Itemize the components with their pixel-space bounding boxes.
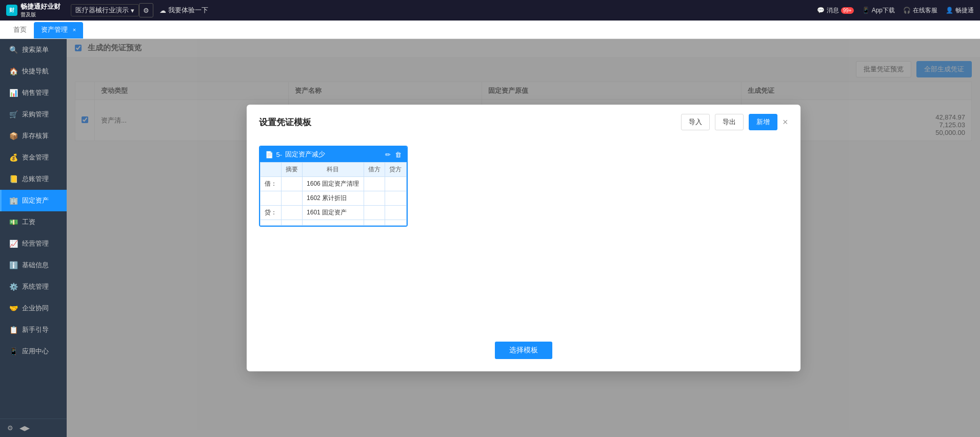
sidebar-item-purchase[interactable]: 🛒 采购管理 xyxy=(0,104,67,125)
modal-header: 设置凭证模板 导入 导出 新增 × xyxy=(247,105,801,135)
sidebar-label-salary: 工资 xyxy=(22,217,35,227)
sidebar-label-operations: 经营管理 xyxy=(22,239,49,248)
entry-summary-4 xyxy=(281,220,302,226)
sidebar-settings-icon[interactable]: ⚙ xyxy=(7,424,13,432)
col-debit: 借方 xyxy=(364,163,385,177)
sidebar-label-assets: 固定资产 xyxy=(22,196,49,205)
message-badge: 99+ xyxy=(841,7,854,14)
export-button[interactable]: 导出 xyxy=(715,114,744,130)
tab-bar: 首页 资产管理 × xyxy=(0,21,980,39)
main-layout: 🔍 搜索菜单 🏠 快捷导航 📊 销售管理 🛒 采购管理 📦 库存核算 💰 xyxy=(0,39,980,437)
template-name: 固定资产减少 xyxy=(285,150,325,159)
app-download-label: App下载 xyxy=(872,6,895,15)
modal-footer: 选择模板 xyxy=(247,336,801,371)
chevron-down-icon: ▾ xyxy=(131,7,134,14)
modal-backdrop: 设置凭证模板 导入 导出 新增 × 📄 5-固定资产减少 xyxy=(67,39,980,437)
download-icon: 📱 xyxy=(862,7,870,14)
sidebar-item-basic-info[interactable]: ℹ️ 基础信息 xyxy=(0,254,67,276)
service-icon: 🎧 xyxy=(903,7,911,14)
sidebar-item-salary[interactable]: 💵 工资 xyxy=(0,211,67,233)
ledger-icon: 📒 xyxy=(9,174,18,184)
system-icon: ⚙️ xyxy=(9,282,18,291)
operations-icon: 📈 xyxy=(9,239,18,248)
modal-body: 📄 5-固定资产减少 ✏ 🗑 xyxy=(247,135,801,336)
modal-header-actions: 导入 导出 新增 × xyxy=(681,114,788,130)
sidebar-label-search: 搜索菜单 xyxy=(22,45,49,54)
sidebar-item-enterprise[interactable]: 🤝 企业协同 xyxy=(0,297,67,319)
experience-label: 我要体验一下 xyxy=(168,6,208,15)
sidebar-item-system[interactable]: ⚙️ 系统管理 xyxy=(0,276,67,297)
template-delete-icon[interactable]: 🗑 xyxy=(395,151,402,158)
sidebar-collapse-icon[interactable]: ◀▶ xyxy=(19,424,30,432)
app-name: 畅捷通好业财 xyxy=(21,2,61,11)
assets-icon: 🏢 xyxy=(9,196,18,205)
new-button[interactable]: 新增 xyxy=(749,114,777,130)
entry-credit-2 xyxy=(385,191,406,206)
template-edit-icon[interactable]: ✏ xyxy=(385,151,391,158)
purchase-icon: 🛒 xyxy=(9,110,18,119)
app-download-link[interactable]: 📱 App下载 xyxy=(862,6,895,15)
sidebar-label-purchase: 采购管理 xyxy=(22,110,49,119)
user-menu[interactable]: 👤 畅捷通 xyxy=(946,6,974,15)
finance-icon: 💰 xyxy=(9,153,18,162)
entry-type-4 xyxy=(260,220,281,226)
entry-type-2 xyxy=(260,191,281,206)
modal-close-button[interactable]: × xyxy=(783,117,788,127)
entry-summary-3 xyxy=(281,206,302,220)
app-edition: 普及版 xyxy=(21,11,61,18)
sidebar-label-guide: 新手引导 xyxy=(22,325,49,334)
enterprise-icon: 🤝 xyxy=(9,304,18,313)
col-subject: 科目 xyxy=(303,163,364,177)
entry-summary-2 xyxy=(281,191,302,206)
template-entry-row-3: 贷： 1601 固定资产 xyxy=(260,206,406,220)
sidebar-item-assets[interactable]: 🏢 固定资产 xyxy=(0,190,67,211)
template-number: 5- xyxy=(276,151,283,158)
company-selector[interactable]: 医疗器械行业演示 ▾ xyxy=(71,4,139,16)
app-center-icon: 📱 xyxy=(9,347,18,356)
select-template-button[interactable]: 选择模板 xyxy=(495,342,552,359)
logo-icon: 财 xyxy=(6,5,17,16)
import-button[interactable]: 导入 xyxy=(681,114,710,130)
sidebar-item-finance[interactable]: 💰 资金管理 xyxy=(0,147,67,168)
tab-asset-management[interactable]: 资产管理 × xyxy=(34,22,83,38)
entry-debit-4 xyxy=(364,220,385,226)
guide-icon: 📋 xyxy=(9,325,18,334)
sidebar-item-quick-nav[interactable]: 🏠 快捷导航 xyxy=(0,61,67,82)
tab-close-icon[interactable]: × xyxy=(73,27,76,33)
top-navigation: 财 畅捷通好业财 普及版 医疗器械行业演示 ▾ ⚙ ☁ 我要体验一下 💬 消息 … xyxy=(0,0,980,21)
entry-summary-1 xyxy=(281,177,302,191)
sidebar-item-search[interactable]: 🔍 搜索菜单 xyxy=(0,39,67,61)
online-service-label: 在线客服 xyxy=(913,6,937,15)
experience-link[interactable]: ☁ 我要体验一下 xyxy=(159,6,208,15)
sidebar-label-app-center: 应用中心 xyxy=(22,347,49,356)
app-logo: 财 畅捷通好业财 普及版 xyxy=(6,2,61,18)
message-label: 消息 xyxy=(827,6,839,15)
home-icon: 🏠 xyxy=(9,67,18,76)
tab-home[interactable]: 首页 xyxy=(6,22,34,38)
basic-info-icon: ℹ️ xyxy=(9,261,18,270)
sidebar-item-guide[interactable]: 📋 新手引导 xyxy=(0,319,67,341)
message-link[interactable]: 💬 消息 99+ xyxy=(817,6,854,15)
sidebar-item-inventory[interactable]: 📦 库存核算 xyxy=(0,125,67,147)
sidebar-bottom: ⚙ ◀▶ xyxy=(0,419,67,437)
entry-subject-1: 1606 固定资产清理 xyxy=(303,177,364,191)
sidebar-label-inventory: 库存核算 xyxy=(22,131,49,141)
sidebar-label-finance: 资金管理 xyxy=(22,153,49,162)
col-entry-type xyxy=(260,163,281,177)
entry-type-1: 借： xyxy=(260,177,281,191)
col-summary: 摘要 xyxy=(281,163,302,177)
template-entry-row-4 xyxy=(260,220,406,226)
sidebar-label-system: 系统管理 xyxy=(22,282,49,291)
template-entry-row-2: 1602 累计折旧 xyxy=(260,191,406,206)
sidebar-wrapper: 🔍 搜索菜单 🏠 快捷导航 📊 销售管理 🛒 采购管理 📦 库存核算 💰 xyxy=(0,39,67,437)
sidebar-item-ledger[interactable]: 📒 总账管理 xyxy=(0,168,67,190)
settings-icon[interactable]: ⚙ xyxy=(139,3,153,17)
sidebar-item-app-center[interactable]: 📱 应用中心 xyxy=(0,341,67,362)
online-service-link[interactable]: 🎧 在线客服 xyxy=(903,6,937,15)
sidebar: 🔍 搜索菜单 🏠 快捷导航 📊 销售管理 🛒 采购管理 📦 库存核算 💰 xyxy=(0,39,67,437)
sidebar-item-sales[interactable]: 📊 销售管理 xyxy=(0,82,67,104)
sidebar-label-sales: 销售管理 xyxy=(22,88,49,97)
user-label: 畅捷通 xyxy=(955,6,974,15)
sidebar-item-operations[interactable]: 📈 经营管理 xyxy=(0,233,67,254)
salary-icon: 💵 xyxy=(9,217,18,227)
